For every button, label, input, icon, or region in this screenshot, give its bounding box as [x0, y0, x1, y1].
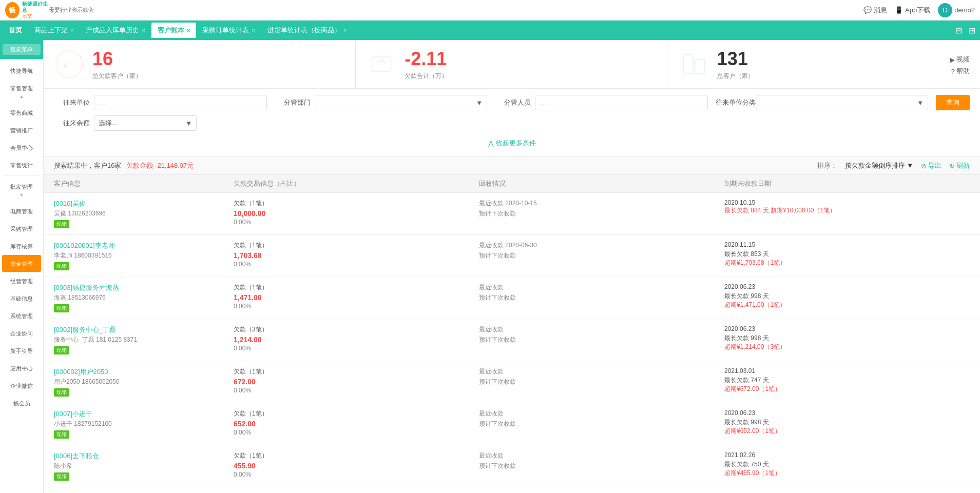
sidebar-item-free-member[interactable]: 畅会员	[2, 395, 41, 411]
tab-products-offline[interactable]: 商品上下架 ×	[28, 23, 80, 38]
sidebar-item-retail-mall[interactable]: 零售商城	[2, 104, 41, 121]
unit-category-select[interactable]: ▼	[756, 95, 929, 110]
tab-home[interactable]: 首页	[3, 23, 28, 38]
overdue-cell-6: 2021.02.26 最长欠款 750 天 超期¥455.90（1笔）	[724, 451, 970, 478]
total-customers-value: 131	[717, 48, 942, 70]
repay-cell-3: 最近收款 预计下次收款	[479, 325, 724, 344]
debt-cell-1: 欠款（1笔） 1,703.68 0.00%	[234, 241, 479, 268]
source-unit-label: 往来单位	[54, 98, 90, 107]
overdue-link-1[interactable]: 超期¥1,703.68（1笔）	[724, 259, 786, 266]
sidebar-item-purchase[interactable]: 采购管理	[2, 220, 41, 237]
person-input[interactable]: ...	[535, 95, 708, 110]
customer-cell-2: [0003]畅捷服务尹海蒸 海蒸 18513066976 现销	[54, 283, 234, 312]
customer-tag-0: 现销	[54, 220, 69, 228]
tab-production-history[interactable]: 产成品入库单历史 ×	[80, 23, 151, 38]
search-button[interactable]: 查询	[936, 95, 970, 110]
sidebar-divider-1	[4, 175, 39, 176]
collapse-icon: ⋀	[488, 140, 494, 147]
tab-close-customer[interactable]: ×	[187, 27, 190, 33]
dept-select[interactable]: ▼	[315, 95, 488, 110]
overdue-link-0[interactable]: 超期¥10,000.00（1笔）	[771, 207, 836, 214]
sidebar-item-marketing[interactable]: 营销推广	[2, 122, 41, 139]
refresh-btn[interactable]: ↻ 刷新	[949, 161, 970, 170]
export-btn[interactable]: ⊘ 导出	[921, 161, 941, 170]
source-unit-input[interactable]: ...	[94, 95, 267, 110]
stat-card-total-customers: 131 总客户（家） ▶ 视频 ? 帮助	[668, 40, 980, 88]
sidebar-item-app-center[interactable]: 应用中心	[2, 360, 41, 377]
tab-close-production[interactable]: ×	[142, 27, 145, 33]
balance-select[interactable]: 选择... ▼	[94, 115, 197, 131]
message-btn[interactable]: 💬 消息	[863, 6, 887, 15]
sidebar: 搜索菜单 快捷导航 零售管理 ▲ 零售商城 营销推广 会员中心	[0, 40, 44, 493]
help-action[interactable]: ? 帮助	[951, 67, 970, 76]
debt-cell-0: 欠款（1笔） 10,000.00 0.00%	[234, 199, 479, 226]
nav-shrink-icon[interactable]: ⊟	[953, 26, 964, 35]
sidebar-item-biz-mgmt[interactable]: 经营管理	[2, 272, 41, 289]
customer-name-5[interactable]: [0007]小进干	[54, 409, 234, 419]
sort-value[interactable]: 按欠款金额倒序排序 ▼	[845, 161, 913, 170]
sidebar-item-new-guide[interactable]: 新手引导	[2, 342, 41, 359]
customer-name-6[interactable]: [0006]去下粮仓	[54, 451, 234, 461]
tab-inbound-stats[interactable]: 进货单统计表（按商品） ×	[261, 23, 353, 38]
table-row: [0003]畅捷服务尹海蒸 海蒸 18513066976 现销 欠款（1笔） 1…	[44, 277, 980, 319]
repay-cell-6: 最近收款 预计下次收款	[479, 451, 724, 470]
nav-right-actions: ⊟ ⊞	[953, 26, 977, 35]
filter-person: 分管人员 ...	[495, 95, 708, 110]
sidebar-item-retail-mgmt[interactable]: 零售管理 ▲	[2, 80, 41, 104]
app-download-btn[interactable]: 📱 App下载	[895, 6, 930, 15]
customer-name-2[interactable]: [0003]畅捷服务尹海蒸	[54, 283, 234, 292]
overdue-link-3[interactable]: 超期¥1,214.00（3笔）	[724, 343, 786, 350]
sidebar-item-batch-mgmt[interactable]: 批发管理 ▼	[2, 178, 41, 202]
sidebar-item-enterprise-collab[interactable]: 企业协同	[2, 325, 41, 342]
tab-close-purchase[interactable]: ×	[252, 27, 255, 33]
repay-cell-2: 最近收款 预计下次收款	[479, 283, 724, 302]
nav-expand-icon[interactable]: ⊞	[967, 26, 977, 35]
overdue-link-2[interactable]: 超期¥1,471.00（1笔）	[724, 301, 786, 308]
repay-cell-1: 最近收款 2020-06-30 预计下次收款	[479, 241, 724, 260]
debt-cell-3: 欠款（3笔） 1,214.00 0.00%	[234, 325, 479, 352]
overdue-cell-0: 2020.10.15 最长欠款 884 天 超期¥10,000.00（1笔）	[724, 199, 970, 215]
sidebar-item-retail-stats[interactable]: 零售统计	[2, 156, 41, 173]
user-avatar-btn[interactable]: D demo2	[938, 3, 975, 17]
sidebar-item-member[interactable]: 会员中心	[2, 139, 41, 156]
tab-purchase-order[interactable]: 采购订单统计表 ×	[196, 23, 261, 38]
video-action[interactable]: ▶ 视频	[950, 55, 970, 64]
sidebar-item-basic-info[interactable]: 基础信息	[2, 290, 41, 307]
data-table: 客户信息 欠款交易信息（占比） 回收情况 到期未收款日期 [0016]吴俊 吴俊…	[44, 175, 980, 493]
svg-rect-3	[683, 54, 693, 73]
collapse-row[interactable]: ⋀ 收起更多条件	[54, 136, 970, 150]
sidebar-item-enterprise-wechat[interactable]: 企业微信	[2, 377, 41, 394]
table-row: [0016]吴俊 吴俊 13026203696 现销 欠款（1笔） 10,000…	[44, 193, 980, 235]
filter-dept: 分管部门 ▼	[275, 95, 488, 110]
overdue-cell-5: 2020.06.23 最长欠款 998 天 超期¥652.00（1笔）	[724, 409, 970, 436]
debt-amount-icon	[366, 49, 397, 80]
customer-cell-6: [0006]去下粮仓 陈小希 现销	[54, 451, 234, 481]
overdue-link-5[interactable]: 超期¥652.00（1笔）	[724, 427, 781, 435]
sidebar-item-inventory[interactable]: 库存核算	[2, 238, 41, 254]
customer-name-4[interactable]: [000002]用户2050	[54, 367, 234, 377]
svg-rect-4	[695, 60, 705, 74]
customer-name-1[interactable]: [0001020001]李老师	[54, 241, 234, 250]
customer-cell-3: [0002]服务中心_丁磊 服务中心_丁磊 181 0125 8371 现销	[54, 325, 234, 354]
tab-customer-account[interactable]: 客户账本 ×	[151, 23, 196, 38]
sidebar-item-system[interactable]: 系统管理	[2, 307, 41, 324]
sidebar-item-quick-nav[interactable]: 快捷导航	[2, 62, 41, 79]
sidebar-item-ecommerce[interactable]: 电商管理	[2, 203, 41, 220]
debt-amount-label: 欠款合计（万）	[405, 72, 657, 81]
col-header-debt: 欠款交易信息（占比）	[234, 179, 479, 188]
customer-name-0[interactable]: [0016]吴俊	[54, 199, 234, 208]
customer-name-3[interactable]: [0002]服务中心_丁磊	[54, 325, 234, 334]
tab-close-products[interactable]: ×	[70, 27, 73, 33]
sidebar-search-input[interactable]: 搜索菜单	[3, 44, 41, 55]
debt-cell-2: 欠款（1笔） 1,471.00 0.00%	[234, 283, 479, 310]
overdue-link-4[interactable]: 超期¥672.00（1笔）	[724, 385, 781, 392]
table-row: [000002]用户2050 用户2050 18665062050 现销 欠款（…	[44, 361, 980, 403]
tab-close-inbound[interactable]: ×	[343, 27, 347, 33]
repay-cell-0: 最近收款 2020-10-15 预计下次收款	[479, 199, 724, 218]
person-label: 分管人员	[495, 98, 531, 107]
export-icon: ⊘	[921, 162, 927, 170]
sidebar-nav: 快捷导航 零售管理 ▲ 零售商城 营销推广 会员中心 零售统计	[0, 59, 43, 415]
sidebar-item-capital[interactable]: 资金管理	[2, 255, 41, 272]
overdue-cell-2: 2020.06.23 最长欠款 998 天 超期¥1,471.00（1笔）	[724, 283, 970, 309]
overdue-link-6[interactable]: 超期¥455.90（1笔）	[724, 469, 781, 477]
